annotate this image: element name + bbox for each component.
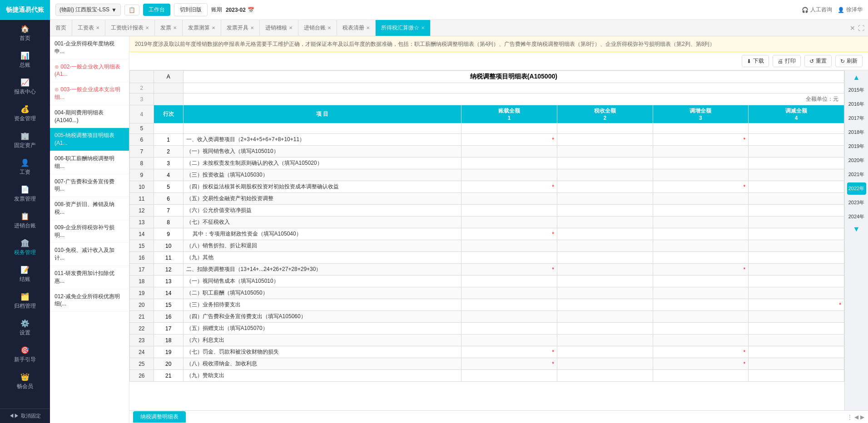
tab-close-icon[interactable]: ✕ bbox=[289, 25, 293, 30]
sidebar-item-report[interactable]: 📈 报表中心 bbox=[0, 74, 50, 100]
copy-button[interactable]: 📋 bbox=[124, 5, 139, 15]
app-logo: 畅捷通易代账 bbox=[0, 0, 50, 20]
table-row: 22 17 （五）捐赠支出（填写A105070） bbox=[130, 323, 844, 334]
company-selector[interactable]: (物副) 江西股宝-LSS ▼ bbox=[55, 4, 121, 16]
refresh-button[interactable]: ↻ 刷新 bbox=[835, 55, 863, 67]
sidebar-collapse[interactable]: ◀▶ 取消固定 bbox=[0, 408, 50, 423]
toolbar: ⬇ 下载 🖨 打印 ↺ 重置 ↻ 刷新 bbox=[129, 52, 868, 70]
left-item-012[interactable]: 012-减免企业所得税优惠明细(... bbox=[50, 289, 129, 312]
year-2015[interactable]: 2015年 bbox=[847, 84, 866, 96]
left-item-010[interactable]: 010-免税、减计收入及加计... bbox=[50, 243, 129, 266]
year-2022[interactable]: 2022年 bbox=[847, 182, 866, 195]
print-button[interactable]: 🖨 打印 bbox=[773, 55, 801, 67]
scroll-right-icon[interactable]: ▶ bbox=[860, 414, 864, 420]
main-area: (物副) 江西股宝-LSS ▼ 📋 工作台 切到旧版 账期 2023-02 📅 … bbox=[50, 0, 868, 423]
tab-ledger[interactable]: 进销台账 ✕ bbox=[298, 20, 337, 36]
sidebar-item-home[interactable]: 🏠 首页 bbox=[0, 20, 50, 47]
tab-close-icon[interactable]: ✕ bbox=[212, 25, 215, 30]
sidebar-item-finance[interactable]: 💰 资金管理 bbox=[0, 100, 50, 127]
year-2019[interactable]: 2019年 bbox=[847, 140, 866, 152]
table-row: 3 全额单位：元 bbox=[130, 93, 844, 105]
tab-check[interactable]: 进销稽核 ✕ bbox=[260, 20, 298, 36]
year-2024[interactable]: 2024年 bbox=[847, 211, 866, 223]
tab-close-all[interactable]: ✕ ⛶ bbox=[846, 25, 868, 32]
sidebar-item-salary[interactable]: 👤 工资 bbox=[0, 154, 50, 181]
table-row: 5 bbox=[130, 123, 844, 134]
row-num-cell: 2 bbox=[130, 83, 154, 93]
left-item-002[interactable]: ⊙ 002-一般企业收入明细表(A1... bbox=[50, 59, 129, 83]
sidebar-item-guide[interactable]: 🎯 新手引导 bbox=[0, 341, 50, 368]
tab-close-icon[interactable]: ✕ bbox=[96, 25, 99, 30]
table-row: 12 7 （六）公允价值变动净损益 bbox=[130, 205, 844, 216]
spreadsheet-wrap[interactable]: A 纳税调整项目明细表(A105000) 2 bbox=[129, 70, 844, 410]
service-button[interactable]: 🎧 人工咨询 bbox=[802, 6, 832, 14]
year-down-button[interactable]: ▼ bbox=[848, 224, 865, 235]
sidebar-item-archive[interactable]: 🗂️ 归档管理 bbox=[0, 288, 50, 315]
download-icon: ⬇ bbox=[747, 58, 751, 64]
year-2016[interactable]: 2016年 bbox=[847, 98, 866, 110]
left-item-008[interactable]: 008-资产折旧、摊销及纳税... bbox=[50, 197, 129, 220]
unpin-button[interactable]: ◀▶ 取消固定 bbox=[0, 409, 50, 423]
sidebar-item-label: 首页 bbox=[20, 34, 30, 42]
tab-invoice-open[interactable]: 发票开具 ✕ bbox=[221, 20, 260, 36]
table-row: 25 20 （八）税收滞纳金、加收利息 * * bbox=[130, 358, 844, 370]
tab-salary-stats[interactable]: 工资统计报表 ✕ bbox=[105, 20, 155, 36]
download-button[interactable]: ⬇ 下载 bbox=[742, 55, 769, 67]
left-item-007[interactable]: 007-广告费和业务宣传费明... bbox=[50, 174, 129, 197]
sidebar-item-vip[interactable]: 👑 畅会员 bbox=[0, 368, 50, 395]
left-item-003[interactable]: ⊙ 003-一般企业成本支出明细... bbox=[50, 82, 129, 105]
year-2017[interactable]: 2017年 bbox=[847, 112, 866, 124]
workbench-button[interactable]: 工作台 bbox=[143, 4, 170, 16]
tab-salary[interactable]: 工资表 ✕ bbox=[72, 20, 105, 36]
left-item-001[interactable]: 001-企业所得税年度纳税申... bbox=[50, 36, 129, 59]
switch-old-button[interactable]: 切到旧版 bbox=[174, 3, 208, 16]
salary-icon: 👤 bbox=[20, 158, 30, 167]
left-item-005[interactable]: 005-纳税调整项目明细表(A1... bbox=[50, 128, 129, 151]
left-item-006[interactable]: 006-职工薪酬纳税调整明细... bbox=[50, 151, 129, 174]
left-item-004[interactable]: 004-期间费用明细表(A1040...) bbox=[50, 105, 129, 128]
table-row: 24 19 （七）罚金、罚款和被没收财物的损失 * * bbox=[130, 346, 844, 358]
tab-close-icon[interactable]: ✕ bbox=[145, 25, 149, 30]
sidebar-item-purchase[interactable]: 📋 进销台账 bbox=[0, 207, 50, 234]
left-item-011[interactable]: 011-研发费用加计扣除优惠... bbox=[50, 266, 129, 289]
sidebar-item-close[interactable]: 📝 结账 bbox=[0, 261, 50, 288]
table-row: 11 6 （五）交易性金融资产初始投资调整 bbox=[130, 193, 844, 205]
tab-home[interactable]: 首页 bbox=[50, 20, 72, 36]
tab-close-icon[interactable]: ✕ bbox=[421, 25, 425, 30]
tab-income-tax[interactable]: 所得税汇算缴☆ ✕ bbox=[376, 20, 431, 36]
tab-tax-list[interactable]: 税表清册 ✕ bbox=[337, 20, 376, 36]
period-value: 2023-02 bbox=[226, 7, 246, 13]
sidebar-item-assets[interactable]: 🏢 固定资产 bbox=[0, 127, 50, 154]
sidebar-item-settings[interactable]: ⚙️ 设置 bbox=[0, 315, 50, 341]
sidebar-item-label: 工资 bbox=[20, 168, 30, 176]
content-area: 001-企业所得税年度纳税申... ⊙ 002-一般企业收入明细表(A1... … bbox=[50, 36, 868, 423]
scroll-left-icon[interactable]: ◀ bbox=[854, 414, 858, 420]
bottom-tab-item[interactable]: 纳税调整明细表 bbox=[133, 411, 186, 423]
user-avatar[interactable]: 👤 徐泽华 bbox=[838, 6, 863, 14]
year-2023[interactable]: 2023年 bbox=[847, 197, 866, 209]
col-letter-b: A bbox=[154, 71, 183, 83]
sidebar-item-ledger[interactable]: 📊 总账 bbox=[0, 47, 50, 74]
year-2021[interactable]: 2021年 bbox=[847, 168, 866, 181]
finance-icon: 💰 bbox=[20, 105, 30, 113]
tab-close-icon[interactable]: ✕ bbox=[250, 25, 254, 30]
reset-button[interactable]: ↺ 重置 bbox=[804, 55, 832, 67]
tab-close-icon[interactable]: ✕ bbox=[366, 25, 370, 30]
year-2020[interactable]: 2020年 bbox=[847, 154, 866, 167]
tab-label: 所得税汇算缴☆ bbox=[381, 24, 419, 32]
tab-invoice[interactable]: 发票 ✕ bbox=[155, 20, 183, 36]
calendar-icon[interactable]: 📅 bbox=[248, 7, 254, 13]
sidebar-item-invoice[interactable]: 📄 发票管理 bbox=[0, 181, 50, 207]
tab-invoice-calc[interactable]: 发票测算 ✕ bbox=[183, 20, 221, 36]
close-period-icon: 📝 bbox=[20, 266, 30, 274]
table-row: 18 13 （一）视同销售成本（填写A105010） bbox=[130, 275, 844, 287]
sidebar-item-label: 固定资产 bbox=[14, 142, 36, 149]
left-item-009[interactable]: 009-企业所得税弥补亏损明... bbox=[50, 220, 129, 243]
year-up-button[interactable]: ▲ bbox=[848, 72, 865, 83]
close-all-icon: ✕ bbox=[850, 25, 855, 32]
invoice-icon: 📄 bbox=[20, 185, 30, 194]
tab-close-icon[interactable]: ✕ bbox=[173, 25, 177, 30]
sidebar-item-tax[interactable]: 🏛️ 税务管理 bbox=[0, 234, 50, 261]
year-2018[interactable]: 2018年 bbox=[847, 126, 866, 138]
tab-close-icon[interactable]: ✕ bbox=[327, 25, 331, 30]
